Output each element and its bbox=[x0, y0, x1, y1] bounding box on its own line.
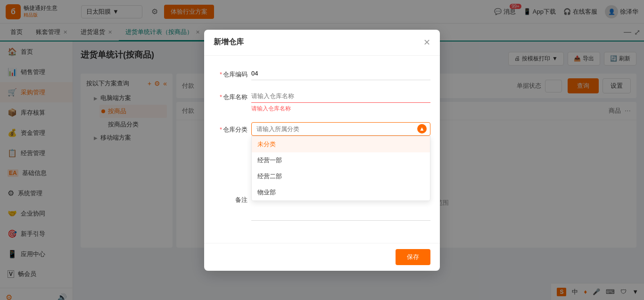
category-input[interactable] bbox=[251, 122, 430, 136]
modal-header: 新增仓库 ✕ bbox=[204, 30, 440, 56]
code-field-control bbox=[251, 67, 430, 80]
name-field-control: 请输入仓库名称 bbox=[251, 90, 430, 113]
dropdown-item-dept2[interactable]: 经营二部 bbox=[252, 168, 430, 184]
dropdown-item-uncategorized[interactable]: 未分类 bbox=[252, 136, 430, 152]
modal-title: 新增仓库 bbox=[214, 37, 244, 47]
modal-footer: 保存 bbox=[204, 243, 440, 271]
form-row-code: 仓库编码 bbox=[214, 67, 430, 80]
form-row-name: 仓库名称 请输入仓库名称 bbox=[214, 90, 430, 113]
category-select-wrapper: ▲ bbox=[251, 122, 430, 136]
category-label: 仓库分类 bbox=[214, 122, 251, 134]
name-label: 仓库名称 bbox=[214, 90, 251, 101]
category-field-control: ▲ 未分类 经营一部 经营二部 物业部 bbox=[251, 122, 430, 136]
modal-close-button[interactable]: ✕ bbox=[423, 37, 430, 48]
dropdown-item-dept1[interactable]: 经营一部 bbox=[252, 152, 430, 168]
form-row-category: 仓库分类 ▲ 未分类 经营一部 经营二部 bbox=[214, 122, 430, 136]
modal-body: 仓库编码 仓库名称 请输入仓库名称 仓库分类 ▲ bbox=[204, 56, 440, 243]
add-warehouse-modal: 新增仓库 ✕ 仓库编码 仓库名称 请输入仓库名称 仓库分类 bbox=[204, 30, 440, 271]
category-dropdown: 未分类 经营一部 经营二部 物业部 bbox=[251, 136, 430, 201]
code-label: 仓库编码 bbox=[214, 67, 251, 79]
save-button[interactable]: 保存 bbox=[396, 249, 430, 265]
name-error-msg: 请输入仓库名称 bbox=[251, 105, 430, 113]
category-arrow-icon[interactable]: ▲ bbox=[417, 124, 427, 133]
name-input[interactable] bbox=[251, 90, 430, 103]
modal-overlay[interactable]: 新增仓库 ✕ 仓库编码 仓库名称 请输入仓库名称 仓库分类 bbox=[0, 0, 644, 300]
remark-label: 备注 bbox=[214, 192, 251, 204]
dropdown-item-property[interactable]: 物业部 bbox=[252, 184, 430, 200]
code-input[interactable] bbox=[251, 67, 430, 80]
